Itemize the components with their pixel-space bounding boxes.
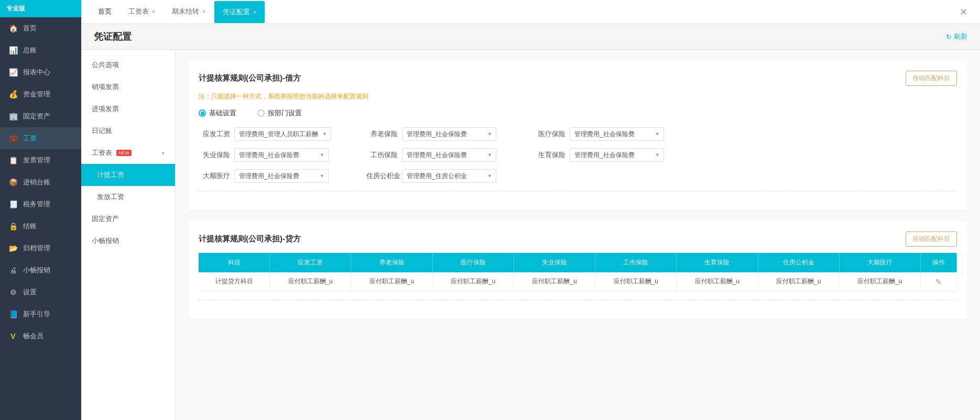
sidebar-item-invoice-mgmt[interactable]: 📋 发票管理 <box>0 149 81 171</box>
assets-icon: 🏢 <box>8 112 18 121</box>
select-yiliao[interactable]: 管理费用_社会保险费 <box>570 127 664 141</box>
form-label-yingfa: 应发工资 <box>199 129 230 139</box>
th-gongjijin: 住房公积金 <box>758 253 839 272</box>
td-gongshang: 应付职工薪酬_u <box>595 272 677 291</box>
sidebar-item-label: 资金管理 <box>23 90 50 99</box>
sidebar-item-home[interactable]: 🏠 首页 <box>0 17 81 39</box>
sidebar-item-label: 工资 <box>23 134 37 143</box>
sidebar-item-archive[interactable]: 📂 归档管理 <box>0 237 81 259</box>
tab-period-close[interactable]: 期末结转 × <box>164 1 214 24</box>
left-nav-journal[interactable]: 日记账 <box>81 120 175 142</box>
reports-icon: 📈 <box>8 68 18 77</box>
sidebar-item-xiaochang-report[interactable]: 🖨 小畅报销 <box>0 259 81 281</box>
form-item-dae: 大额医疗 管理费用_社会保险费 <box>199 169 356 183</box>
tab-home[interactable]: 首页 <box>90 1 120 24</box>
purchase-sales-icon: 📦 <box>8 178 18 187</box>
th-yiliao: 医疗保险 <box>432 253 514 272</box>
tab-period-close-label: 期末结转 <box>172 7 199 16</box>
select-shengyu-input[interactable]: 管理费用_社会保险费 <box>570 148 664 162</box>
td-subject: 计提贷方科目 <box>199 272 270 291</box>
select-dae[interactable]: 管理费用_社会保险费 <box>234 169 329 183</box>
new-badge: NEW <box>116 150 132 156</box>
left-nav: 公共选项 销项发票 进项发票 日记账 工资表 NEW ▾ 计提工资 <box>81 50 176 420</box>
auto-match-debit-button[interactable]: 自动匹配科目 <box>906 71 957 86</box>
tab-voucher-config[interactable]: 凭证配置 × <box>214 1 265 23</box>
select-gongjijin-input[interactable]: 管理费用_住房公积金 <box>402 169 496 183</box>
left-nav-xiao-chang-report-label: 小畅报销 <box>92 236 119 246</box>
tab-payroll-table-label: 工资表 <box>128 7 149 16</box>
sidebar-item-label: 总账 <box>23 46 37 55</box>
left-nav-payroll[interactable]: 工资表 NEW ▾ <box>81 142 175 164</box>
sidebar-item-tax[interactable]: 🧾 税务管理 <box>0 193 81 215</box>
sidebar-item-purchase-sales[interactable]: 📦 进销台账 <box>0 171 81 193</box>
closing-icon: 🔒 <box>8 222 18 231</box>
left-nav-public-options[interactable]: 公共选项 <box>81 54 175 76</box>
section-debit-title-row: 计提核算规则(公司承担)-借方 自动匹配科目 <box>199 71 957 86</box>
sidebar-item-label: 归档管理 <box>23 244 50 253</box>
left-nav-cancel-invoice-label: 销项发票 <box>92 82 119 92</box>
sidebar-item-settings[interactable]: ⚙ 设置 <box>0 281 81 303</box>
select-gongshang-input[interactable]: 管理费用_社会保险费 <box>402 148 496 162</box>
sidebar-item-label: 发票管理 <box>23 156 50 165</box>
sidebar-item-guide[interactable]: 📘 新手引导 <box>0 303 81 325</box>
left-nav-xiao-chang-report[interactable]: 小畅报销 <box>81 230 175 252</box>
select-gongjijin[interactable]: 管理费用_住房公积金 <box>402 169 496 183</box>
select-shengyu[interactable]: 管理费用_社会保险费 <box>570 148 664 162</box>
select-yanglao[interactable]: 管理费用_社会保险费 <box>402 127 496 141</box>
td-gongjijin: 应付职工薪酬_u <box>758 272 839 291</box>
radio-department-circle <box>257 109 265 117</box>
sidebar-item-vip[interactable]: V 畅会员 <box>0 325 81 347</box>
select-shiye[interactable]: 管理费用_社会保险费 <box>234 148 329 162</box>
sidebar-brand: 专业版 <box>0 0 81 17</box>
select-shiye-input[interactable]: 管理费用_社会保险费 <box>234 148 329 162</box>
form-item-gongjijin: 住房公积金 管理费用_住房公积金 <box>366 169 524 183</box>
sidebar-item-closing[interactable]: 🔒 结账 <box>0 215 81 237</box>
th-dae: 大额医疗 <box>839 253 920 272</box>
radio-basic[interactable]: 基础设置 <box>199 108 236 118</box>
select-gongshang[interactable]: 管理费用_社会保险费 <box>402 148 496 162</box>
left-nav-input-invoice[interactable]: 进项发票 <box>81 98 175 120</box>
tab-payroll-table[interactable]: 工资表 × <box>120 1 164 24</box>
section-divider-1 <box>199 191 957 192</box>
tab-home-label: 首页 <box>98 7 112 16</box>
select-yiliao-input[interactable]: 管理费用_社会保险费 <box>570 127 664 141</box>
left-nav-ti-gong-zi[interactable]: 计提工资 <box>81 164 175 186</box>
form-item-gongshang: 工伤保险 管理费用_社会保险费 <box>366 148 524 162</box>
td-op[interactable]: ✎ <box>920 272 956 291</box>
select-yingfa[interactable]: 管理费用_管理人员职工薪酬 <box>234 127 331 141</box>
guide-icon: 📘 <box>8 310 18 319</box>
th-yingfa: 应发工资 <box>270 253 351 272</box>
radio-department[interactable]: 按部门设置 <box>257 108 302 118</box>
archive-icon: 📂 <box>8 244 18 253</box>
form-row-1: 应发工资 管理费用_管理人员职工薪酬 养老保险 管理费用_社会保险费 <box>199 127 957 141</box>
radio-group-debit: 基础设置 按部门设置 <box>199 108 957 118</box>
refresh-button[interactable]: ↻ 刷新 <box>946 32 967 41</box>
form-label-yanglao: 养老保险 <box>366 129 398 139</box>
salary-icon: 💼 <box>8 134 18 143</box>
sidebar-item-funds[interactable]: 💰 资金管理 <box>0 83 81 105</box>
th-yanglao: 养老保险 <box>351 253 432 272</box>
sidebar-item-assets[interactable]: 🏢 固定资产 <box>0 105 81 127</box>
select-dae-input[interactable]: 管理费用_社会保险费 <box>234 169 329 183</box>
left-nav-ti-gong-zi-label: 计提工资 <box>97 170 124 180</box>
left-nav-cancel-invoice[interactable]: 销项发票 <box>81 76 175 98</box>
left-nav-fa-fang-gong-zi[interactable]: 发放工资 <box>81 186 175 208</box>
select-yingfa-input[interactable]: 管理费用_管理人员职工薪酬 <box>234 127 331 141</box>
left-nav-fixed-assets[interactable]: 固定资产 <box>81 208 175 230</box>
sidebar-item-reports[interactable]: 📈 报表中心 <box>0 61 81 83</box>
td-yiliao: 应付职工薪酬_u <box>432 272 514 291</box>
tab-voucher-config-close[interactable]: × <box>253 9 256 15</box>
sidebar-item-ledger[interactable]: 📊 总账 <box>0 39 81 61</box>
select-yanglao-input[interactable]: 管理费用_社会保险费 <box>402 127 496 141</box>
tab-payroll-close[interactable]: × <box>152 8 155 15</box>
edit-icon[interactable]: ✎ <box>935 278 942 286</box>
tab-period-close-close[interactable]: × <box>202 8 205 15</box>
window-close-button[interactable]: ✕ <box>955 4 972 20</box>
form-label-dae: 大额医疗 <box>199 171 230 181</box>
ledger-icon: 📊 <box>8 46 18 55</box>
settings-icon: ⚙ <box>8 288 18 297</box>
section-debit-note: 注：只能选择一种方式，系统将按照您当前的选择来配置规则 <box>199 92 957 101</box>
form-item-shiye: 失业保险 管理费用_社会保险费 <box>199 148 356 162</box>
sidebar-item-salary[interactable]: 💼 工资 <box>0 127 81 149</box>
auto-match-credit-button[interactable]: 自动匹配科目 <box>906 231 957 247</box>
